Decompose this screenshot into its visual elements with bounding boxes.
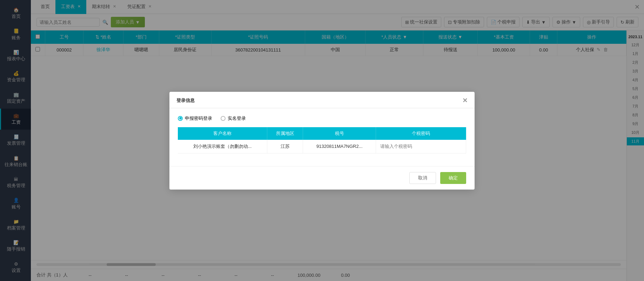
radio-password-indicator	[178, 116, 183, 121]
cancel-button[interactable]: 取消	[409, 172, 436, 184]
modal-overlay[interactable]: 登录信息 ✕ 申报密码登录 实名登录 客户名称 所属地区	[0, 0, 644, 281]
radio-option-realname[interactable]: 实名登录	[221, 115, 246, 122]
radio-password-label: 申报密码登录	[185, 115, 212, 122]
modal-title: 登录信息	[176, 97, 195, 104]
tax-password-input[interactable]	[380, 144, 462, 149]
modal-header: 登录信息 ✕	[169, 92, 475, 108]
modal-footer: 取消 确定	[169, 166, 475, 190]
radio-realname-indicator	[221, 116, 226, 121]
client-table-row: 刘小艳演示账套（勿删勿动... 江苏 91320811MA7NGR2...	[178, 140, 466, 153]
client-name-cell: 刘小艳演示账套（勿删勿动...	[178, 140, 267, 153]
login-type-radio-group: 申报密码登录 实名登录	[178, 115, 466, 122]
client-password-cell[interactable]	[376, 140, 466, 153]
modal-close-button[interactable]: ✕	[462, 97, 468, 104]
client-tax-no-cell: 91320811MA7NGR2...	[303, 140, 376, 153]
login-modal: 登录信息 ✕ 申报密码登录 实名登录 客户名称 所属地区	[169, 92, 475, 190]
confirm-button[interactable]: 确定	[440, 172, 466, 184]
inner-col-region: 所属地区	[267, 127, 303, 140]
inner-col-password: 个税密码	[376, 127, 466, 140]
inner-col-client: 客户名称	[178, 127, 267, 140]
radio-realname-label: 实名登录	[228, 115, 246, 122]
modal-body: 申报密码登录 实名登录 客户名称 所属地区 税号 个税密码	[169, 108, 475, 166]
client-table: 客户名称 所属地区 税号 个税密码 刘小艳演示账套（勿删勿动... 江苏 913…	[178, 127, 466, 153]
client-region-cell: 江苏	[267, 140, 303, 153]
radio-option-password[interactable]: 申报密码登录	[178, 115, 212, 122]
inner-col-tax-no: 税号	[303, 127, 376, 140]
